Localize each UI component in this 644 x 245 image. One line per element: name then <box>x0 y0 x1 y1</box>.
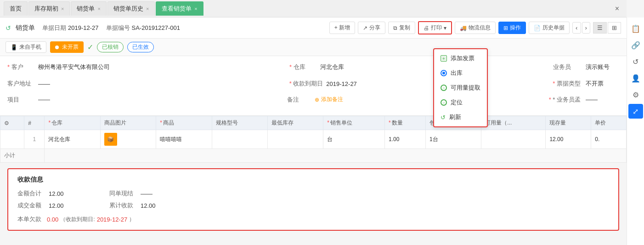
dropdown-available-qty[interactable]: ○ 可用量提取 <box>434 80 487 95</box>
subtotal-label: 小计 <box>0 149 45 163</box>
due-date-close: ） <box>129 216 135 223</box>
th-unit-price: 单价 <box>591 116 627 130</box>
staff-value[interactable]: 演示账号 <box>582 62 619 73</box>
tab-sales-order[interactable]: 销货单 × <box>71 1 106 16</box>
row-unit-price: 0. <box>591 130 627 149</box>
row-sales-unit: 台 <box>323 130 385 149</box>
sales-staff-label: * 业务员孟 <box>549 96 581 104</box>
project-field: 项目 —— <box>7 95 269 104</box>
sidebar-icon-expand[interactable]: ⤢ <box>628 104 643 119</box>
transaction-amount-label: 成交金额 <box>17 201 45 210</box>
tab-sales-history-close[interactable]: × <box>146 6 149 11</box>
nav-prev-button[interactable]: ‹ <box>572 22 581 34</box>
dropdown-add-invoice[interactable]: + 添加发票 <box>434 51 487 66</box>
add-note-button[interactable]: ⊕ 添加备注 <box>315 96 343 103</box>
copy-button[interactable]: ⧉ 复制 <box>388 22 415 34</box>
payment-info-title: 收款信息 <box>17 176 609 184</box>
copy-icon: ⧉ <box>393 25 397 31</box>
sidebar-icon-settings[interactable]: ⚙ <box>628 87 643 102</box>
staff-field: 业务员 演示账号 <box>553 62 619 73</box>
row-min-stock <box>267 130 323 149</box>
not-open-badge[interactable]: 未开票 <box>50 41 84 53</box>
tab-inventory-init-close[interactable]: × <box>61 6 64 11</box>
share-button-label: 分享 <box>369 24 380 32</box>
transaction-amount-row: 成交金额 12.00 <box>17 201 109 210</box>
ops-button-label: 操作 <box>510 24 521 32</box>
add-note-label: 添加备注 <box>321 96 343 103</box>
status-bar: 📱 来自手机 未开票 ✓ 已核销 已生效 <box>0 39 627 56</box>
logistics-icon: 🚚 <box>460 25 467 31</box>
th-product: *商品 <box>156 116 212 130</box>
right-sidebar: 📋 🔗 ↺ 👤 ⚙ ⤢ <box>627 17 644 236</box>
tab-inventory-init[interactable]: 库存期初 × <box>28 1 70 16</box>
nav-next-button[interactable]: › <box>582 22 590 34</box>
dropdown-outbound[interactable]: 出库 <box>434 66 487 80</box>
doc-header-actions: + 新增 ↗ 分享 ⧉ 复制 🖨 打印 ▾ 🚚 物流信息 ⊞ 操作 <box>329 21 621 34</box>
doc-number-field: 单据编号 SA-20191227-001 <box>106 24 181 32</box>
doc-type-icon: ↺ <box>6 24 11 32</box>
tab-inventory-init-label: 库存期初 <box>34 5 58 13</box>
customer-addr-value[interactable]: —— <box>35 79 72 89</box>
logistics-button-label: 物流信息 <box>469 24 491 32</box>
spacer-row-2 <box>201 201 293 210</box>
payment-date-value[interactable]: 2019-12-27 <box>323 79 360 89</box>
th-current-stock: 现存量 <box>546 116 591 130</box>
customer-value[interactable]: 柳州粤港平安气体有限公司 <box>35 62 113 73</box>
tab-view-sales[interactable]: 查看销货单 × <box>156 1 203 16</box>
print-button[interactable]: 🖨 打印 ▾ <box>418 21 452 34</box>
confirm-icon: ✓ <box>87 43 93 51</box>
sidebar-icon-refresh[interactable]: ↺ <box>628 54 643 69</box>
logistics-button[interactable]: 🚚 物流信息 <box>455 22 496 34</box>
sidebar-icon-clipboard[interactable]: 📋 <box>628 21 643 36</box>
tab-sales-order-close[interactable]: × <box>97 6 100 11</box>
due-date-value: 2019-12-27 <box>97 216 128 223</box>
effective-badge[interactable]: 已生效 <box>127 42 154 52</box>
window-close-button[interactable]: × <box>611 3 623 15</box>
doc-meta: 单据日期 2019-12-27 单据编号 SA-20191227-001 <box>42 24 180 32</box>
from-phone-button[interactable]: 📱 来自手机 <box>6 41 46 53</box>
copy-button-label: 复制 <box>399 24 410 32</box>
history-button-label: 历史单据 <box>542 24 565 32</box>
new-button[interactable]: + 新增 <box>329 22 355 34</box>
sidebar-icon-user[interactable]: 👤 <box>628 71 643 85</box>
history-button[interactable]: 📄 历史单据 <box>529 22 570 34</box>
same-order-value: —— <box>141 190 153 197</box>
note-label: 备注 <box>287 96 315 104</box>
tab-view-sales-close[interactable]: × <box>194 6 197 11</box>
row-num: 1 <box>24 130 45 149</box>
view-grid-button[interactable]: ⊞ <box>608 22 621 34</box>
th-product-img: 商品图片 <box>100 116 156 130</box>
project-value[interactable]: —— <box>35 95 72 104</box>
phone-icon: 📱 <box>11 44 17 51</box>
ops-dropdown-menu: + 添加发票 出库 ○ 可用量提取 ○ 定位 ↺ 刷新 <box>433 48 488 127</box>
table-container: ⚙ # *仓库 商品图片 *商品 规格型号 最低库存 *销售单位 *数量 包装数… <box>0 116 627 163</box>
sales-staff-value[interactable]: —— <box>582 95 619 104</box>
product-image-icon: 📦 <box>107 136 114 142</box>
dropdown-locate[interactable]: ○ 定位 <box>434 95 487 110</box>
tab-home[interactable]: 首页 <box>4 1 28 16</box>
invoice-type-value[interactable]: 不开票 <box>582 78 619 89</box>
same-order-label: 同单现结 <box>109 189 137 198</box>
tab-bar: 首页 库存期初 × 销货单 × 销货单历史 × 查看销货单 × × <box>0 0 627 17</box>
th-spec: 规格型号 <box>212 116 267 130</box>
th-settings[interactable]: ⚙ <box>0 116 24 130</box>
print-icon: 🖨 <box>424 25 429 31</box>
settings-icon[interactable]: ⚙ <box>4 120 9 126</box>
total-amount-row: 金额合计 12.00 <box>17 189 109 198</box>
view-list-button[interactable]: ☰ <box>593 22 607 34</box>
payment-grid: 金额合计 12.00 同单现结 —— 成交金额 12.00 累计收款 12.00 <box>17 189 609 213</box>
payment-info-panel: 收款信息 金额合计 12.00 同单现结 —— 成交金额 12.00 累计收款 … <box>7 168 619 231</box>
tab-sales-history[interactable]: 销货单历史 × <box>107 1 155 16</box>
warehouse-value[interactable]: 河北仓库 <box>317 62 354 73</box>
share-button[interactable]: ↗ 分享 <box>358 22 385 34</box>
sidebar-icon-link[interactable]: 🔗 <box>628 38 643 52</box>
doc-header-left: ↺ 销货单 <box>6 24 35 32</box>
th-quantity: *数量 <box>385 116 426 130</box>
confirmed-badge[interactable]: 已核销 <box>97 42 124 52</box>
ops-button[interactable]: ⊞ 操作 <box>498 22 526 34</box>
row-pack-qty: 1台 <box>426 130 481 149</box>
row-actions <box>0 130 24 149</box>
row-available <box>481 130 546 149</box>
print-button-label: 打印 <box>431 24 442 32</box>
dropdown-refresh[interactable]: ↺ 刷新 <box>434 110 487 125</box>
